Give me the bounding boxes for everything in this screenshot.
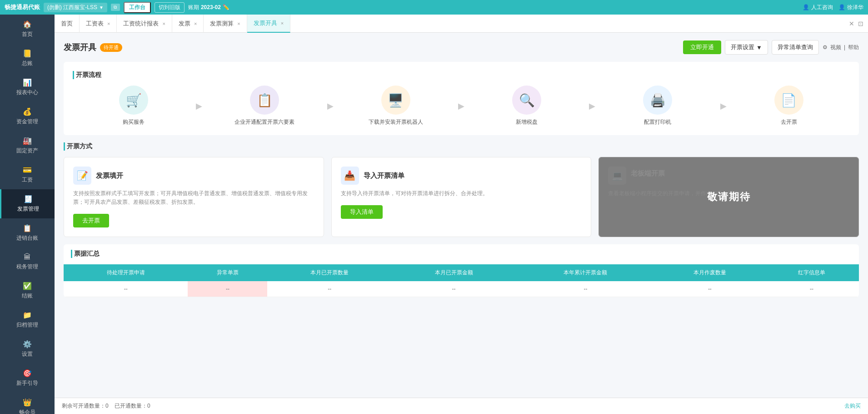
step-icon-config: 📋 (250, 86, 279, 115)
step-label-buy: 购买服务 (123, 118, 145, 126)
period-label: 账期 (188, 4, 199, 11)
sidebar-item-guide[interactable]: 🎯 新手引导 (0, 364, 55, 393)
restore-tab-icon[interactable]: ⊡ (858, 20, 863, 27)
member-icon: 👑 (23, 398, 32, 407)
sidebar-label-salary: 工资 (22, 176, 33, 184)
exception-query-button[interactable]: 异常清单查询 (772, 40, 819, 55)
copy-icon[interactable]: ⧉ (111, 4, 120, 11)
step-icon-taxdisk: 🔍 (512, 86, 541, 115)
method-fill-desc: 支持按照发票样式手工填写开发票；可开具增值税电子普通发票、增值税普通发票、增值税… (73, 189, 314, 207)
video-label[interactable]: 视频 (830, 44, 841, 51)
process-section: 开票流程 🛒 购买服务 ▶ 📋 企业开通配置开票六要素 (64, 62, 859, 135)
sidebar-item-assets[interactable]: 🏭 固定资产 (0, 131, 55, 160)
cell-year-amount: -- (516, 281, 655, 297)
tab-invoice[interactable]: 发票 × (172, 15, 204, 33)
method-card-fill: 📝 发票填开 支持按照发票样式手工填写开发票；可开具增值税电子普通发票、增值税普… (64, 157, 324, 237)
process-step-download[interactable]: 🖥️ 下载并安装开票机器人 (335, 86, 457, 126)
step-arrow-4: ▶ (588, 101, 597, 111)
sidebar-item-funds[interactable]: 💰 资金管理 (0, 102, 55, 131)
open-settings-label: 开票设置 (731, 43, 754, 51)
cell-month-amount: -- (392, 281, 516, 297)
tab-home[interactable]: 首页 (55, 15, 80, 33)
reports-icon: 📊 (23, 78, 32, 87)
tab-invoice-label: 发票 (179, 20, 190, 28)
tab-salary-report-close[interactable]: × (162, 21, 165, 26)
page-title-area: 发票开具 待开通 (64, 42, 122, 53)
tab-invoice-calc[interactable]: 发票测算 × (204, 15, 247, 33)
tab-bar: 首页 工资表 × 工资统计报表 × 发票 × 发票测算 × 发票开具 × (55, 15, 868, 33)
workbench-button[interactable]: 工作台 (124, 2, 151, 13)
tab-salary-label: 工资表 (86, 20, 104, 28)
coming-soon-overlay: 敬请期待 (599, 157, 858, 237)
step-label-issue: 去开票 (781, 118, 797, 126)
taxdisk-icon: 🔍 (519, 93, 535, 108)
old-version-button[interactable]: 切到旧版 (155, 2, 185, 13)
help-label[interactable]: 帮助 (848, 44, 859, 51)
user-menu[interactable]: 👤 徐泽华 (838, 4, 863, 11)
printer-icon: 🖨️ (650, 93, 666, 108)
buy-link[interactable]: 去购买 (844, 402, 861, 410)
sidebar-label-tax: 税务管理 (16, 263, 38, 271)
step-label-taxdisk: 新增税盘 (516, 118, 538, 126)
tab-invoice-issue-label: 发票开具 (254, 19, 277, 27)
step-label-download: 下载并安装开票机器人 (369, 118, 423, 126)
user-name: 徐泽华 (847, 4, 863, 11)
footer-stats: 剩余可开通数量：0 已开通数量：0 (62, 402, 150, 410)
tab-invoice-calc-close[interactable]: × (237, 21, 240, 26)
sidebar-label-ledger: 总账 (22, 60, 33, 67)
purchase-icon: 📋 (23, 224, 32, 232)
sidebar-item-close[interactable]: ✅ 结账 (0, 276, 55, 305)
process-step-taxdisk[interactable]: 🔍 新增税盘 (466, 86, 588, 126)
close-tab-icon[interactable]: ✕ (849, 20, 854, 27)
sidebar-item-home[interactable]: 🏠 首页 (0, 15, 55, 44)
status-badge: 待开通 (100, 43, 122, 52)
method-fill-btn[interactable]: 去开票 (73, 214, 109, 227)
sidebar-label-purchase: 进销台账 (16, 234, 38, 242)
step-arrow-5: ▶ (719, 101, 728, 111)
method-fill-title: 发票填开 (96, 172, 123, 180)
sidebar-item-invoice[interactable]: 🧾 发票管理 (0, 189, 55, 218)
consultant-button[interactable]: 👤 人工咨询 (803, 4, 833, 11)
sidebar-item-purchase[interactable]: 📋 进销台账 (0, 218, 55, 247)
process-step-buy[interactable]: 🛒 购买服务 (73, 86, 195, 126)
method-import-desc: 支持导入待开票清单，可对待开票清单进行拆分、合并处理。 (341, 189, 582, 198)
home-icon: 🏠 (23, 20, 32, 29)
tab-invoice-issue-close[interactable]: × (281, 20, 284, 26)
sidebar-item-member[interactable]: 👑 畅会员 (0, 393, 55, 414)
step-icon-download: 🖥️ (381, 86, 410, 115)
method-import-title: 导入开票清单 (364, 172, 404, 180)
sidebar-item-archive[interactable]: 📁 归档管理 (0, 305, 55, 334)
sidebar-item-settings[interactable]: ⚙️ 设置 (0, 334, 55, 364)
tab-invoice-close[interactable]: × (194, 21, 197, 26)
open-now-button[interactable]: 立即开通 (683, 40, 721, 54)
summary-section-title: 票据汇总 (71, 250, 852, 258)
settings-dropdown-arrow: ▼ (756, 44, 762, 51)
ledger-icon: 📒 (23, 49, 32, 58)
open-settings-button[interactable]: 开票设置 ▼ (725, 40, 768, 55)
company-name: (勿删) 江西服宝-LSS (47, 4, 97, 11)
process-steps: 🛒 购买服务 ▶ 📋 企业开通配置开票六要素 ▶ � (73, 86, 850, 126)
process-step-config[interactable]: 📋 企业开通配置开票六要素 (204, 86, 325, 126)
tab-invoice-calc-label: 发票测算 (210, 20, 234, 28)
tab-invoice-issue[interactable]: 发票开具 × (247, 15, 290, 33)
method-import-btn[interactable]: 导入清单 (341, 205, 383, 219)
process-step-printer[interactable]: 🖨️ 配置打印机 (597, 86, 718, 126)
sidebar-item-tax[interactable]: 🏛 税务管理 (0, 247, 55, 276)
tab-salary[interactable]: 工资表 × (80, 15, 117, 33)
page-header-actions: 立即开通 开票设置 ▼ 异常清单查询 ⚙ 视频 | 帮助 (683, 40, 859, 55)
company-selector[interactable]: (勿删) 江西服宝-LSS ▼ (44, 3, 107, 12)
opened-quota: 已开通数量：0 (115, 403, 150, 409)
tab-home-label: 首页 (61, 20, 73, 28)
sidebar-item-reports[interactable]: 📊 报表中心 (0, 73, 55, 102)
sidebar-item-salary[interactable]: 💳 工资 (0, 160, 55, 189)
process-step-issue[interactable]: 📄 去开票 (728, 86, 850, 126)
tab-salary-report-label: 工资统计报表 (123, 20, 159, 28)
period-edit-icon[interactable]: ✏️ (223, 4, 229, 10)
step-icon-buy: 🛒 (119, 86, 148, 115)
tab-salary-close[interactable]: × (107, 21, 110, 26)
sidebar-label-settings: 设置 (22, 350, 33, 358)
page-content: 发票开具 待开通 立即开通 开票设置 ▼ 异常清单查询 ⚙ 视频 | 帮助 (55, 33, 868, 398)
tab-salary-report[interactable]: 工资统计报表 × (117, 15, 172, 33)
sidebar-item-ledger[interactable]: 📒 总账 (0, 44, 55, 73)
company-dropdown-arrow: ▼ (99, 5, 104, 10)
